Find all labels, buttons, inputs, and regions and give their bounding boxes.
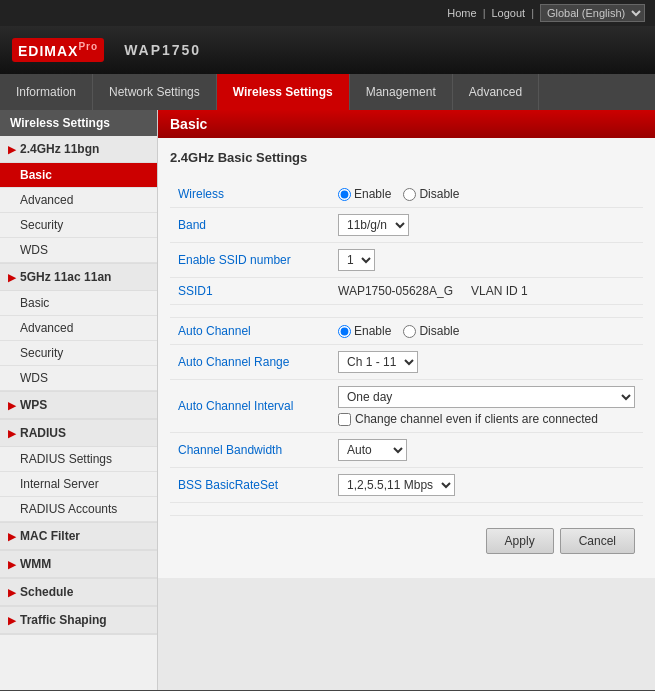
auto-channel-enable-label[interactable]: Enable	[338, 324, 391, 338]
sidebar-section-wmm: ▶ WMM	[0, 551, 157, 579]
nav-advanced[interactable]: Advanced	[453, 74, 539, 110]
sidebar-group-24ghz[interactable]: ▶ 2.4GHz 11bgn	[0, 136, 157, 163]
sidebar-section-traffic: ▶ Traffic Shaping	[0, 607, 157, 635]
nav-information[interactable]: Information	[0, 74, 93, 110]
auto-channel-label: Auto Channel	[178, 324, 251, 338]
wireless-disable-radio[interactable]	[403, 188, 416, 201]
sidebar-title: Wireless Settings	[0, 110, 157, 136]
cancel-button[interactable]: Cancel	[560, 528, 635, 554]
content-body: 2.4GHz Basic Settings Wireless Enable	[158, 138, 655, 578]
sidebar-section-wps: ▶ WPS	[0, 392, 157, 420]
sidebar-item-24-security[interactable]: Security	[0, 213, 157, 238]
section-title: 2.4GHz Basic Settings	[170, 150, 643, 169]
arrow-icon-schedule: ▶	[8, 587, 16, 598]
row-band: Band 11b/g/n 11b/g 11b	[170, 208, 643, 243]
arrow-icon-wps: ▶	[8, 400, 16, 411]
arrow-icon: ▶	[8, 144, 16, 155]
sidebar-item-24-advanced[interactable]: Advanced	[0, 188, 157, 213]
apply-button[interactable]: Apply	[486, 528, 554, 554]
nav-network-settings[interactable]: Network Settings	[93, 74, 217, 110]
wireless-enable-radio[interactable]	[338, 188, 351, 201]
enable-ssid-label: Enable SSID number	[178, 253, 291, 267]
sidebar-item-5-advanced[interactable]: Advanced	[0, 316, 157, 341]
sidebar-item-5-security[interactable]: Security	[0, 341, 157, 366]
sidebar-group-mac[interactable]: ▶ MAC Filter	[0, 523, 157, 550]
sidebar-item-radius-accounts[interactable]: RADIUS Accounts	[0, 497, 157, 522]
auto-channel-interval-label: Auto Channel Interval	[178, 399, 293, 413]
sidebar-group-radius[interactable]: ▶ RADIUS	[0, 420, 157, 447]
ssid-number-select[interactable]: 1 2 3 4	[338, 249, 375, 271]
sidebar: Wireless Settings ▶ 2.4GHz 11bgn Basic A…	[0, 110, 158, 690]
nav-wireless-settings[interactable]: Wireless Settings	[217, 74, 350, 110]
row-auto-channel-range: Auto Channel Range Ch 1 - 11 Ch 1 - 13	[170, 345, 643, 380]
auto-channel-enable-radio[interactable]	[338, 325, 351, 338]
bss-select[interactable]: 1,2,5.5,11 Mbps All	[338, 474, 455, 496]
sep2: |	[531, 7, 534, 19]
ssid1-label: SSID1	[178, 284, 213, 298]
sidebar-item-5-basic[interactable]: Basic	[0, 291, 157, 316]
row-spacer1	[170, 305, 643, 318]
sidebar-item-5-wds[interactable]: WDS	[0, 366, 157, 391]
sidebar-item-24-basic[interactable]: Basic	[0, 163, 157, 188]
logo-area: EDIMAXPro	[12, 38, 104, 62]
sidebar-section-24ghz: ▶ 2.4GHz 11bgn Basic Advanced Security W…	[0, 136, 157, 264]
sidebar-group-traffic[interactable]: ▶ Traffic Shaping	[0, 607, 157, 634]
wireless-radio-group: Enable Disable	[338, 187, 635, 201]
row-channel-bandwidth: Channel Bandwidth Auto 20MHz 40MHz	[170, 433, 643, 468]
logo-pro-text: Pro	[78, 41, 98, 52]
sidebar-item-internal-server[interactable]: Internal Server	[0, 472, 157, 497]
auto-channel-range-select[interactable]: Ch 1 - 11 Ch 1 - 13	[338, 351, 418, 373]
settings-table: Wireless Enable Disable	[170, 181, 643, 516]
auto-channel-interval-select[interactable]: One day Six hours One hour	[338, 386, 635, 408]
row-spacer2	[170, 503, 643, 516]
logout-link[interactable]: Logout	[491, 7, 525, 19]
home-link[interactable]: Home	[447, 7, 476, 19]
sidebar-group-schedule[interactable]: ▶ Schedule	[0, 579, 157, 606]
ssid1-value-row: WAP1750-05628A_G VLAN ID 1	[338, 284, 635, 298]
arrow-icon-5ghz: ▶	[8, 272, 16, 283]
sidebar-group-5ghz[interactable]: ▶ 5GHz 11ac 11an	[0, 264, 157, 291]
arrow-icon-traffic: ▶	[8, 615, 16, 626]
sidebar-item-radius-settings[interactable]: RADIUS Settings	[0, 447, 157, 472]
ssid1-value: WAP1750-05628A_G	[338, 284, 453, 298]
auto-channel-interval-col: One day Six hours One hour Change channe…	[338, 386, 635, 426]
main-nav: Information Network Settings Wireless Se…	[0, 74, 655, 110]
content-area: Basic 2.4GHz Basic Settings Wireless Ena…	[158, 110, 655, 690]
buttons-row: Apply Cancel	[170, 516, 643, 566]
sidebar-group-wmm[interactable]: ▶ WMM	[0, 551, 157, 578]
nav-management[interactable]: Management	[350, 74, 453, 110]
wireless-disable-label[interactable]: Disable	[403, 187, 459, 201]
row-auto-channel-interval: Auto Channel Interval One day Six hours …	[170, 380, 643, 433]
device-name: WAP1750	[124, 42, 201, 58]
vlan-label: VLAN ID 1	[471, 284, 528, 298]
bss-label: BSS BasicRateSet	[178, 478, 278, 492]
logo-edimax: EDIMAXPro	[12, 38, 104, 62]
channel-bandwidth-select[interactable]: Auto 20MHz 40MHz	[338, 439, 407, 461]
sidebar-section-5ghz: ▶ 5GHz 11ac 11an Basic Advanced Security…	[0, 264, 157, 392]
arrow-icon-mac: ▶	[8, 531, 16, 542]
header: EDIMAXPro WAP1750	[0, 26, 655, 74]
sidebar-section-radius: ▶ RADIUS RADIUS Settings Internal Server…	[0, 420, 157, 523]
main-layout: Wireless Settings ▶ 2.4GHz 11bgn Basic A…	[0, 110, 655, 690]
top-bar: Home | Logout | Global (English)	[0, 0, 655, 26]
band-label: Band	[178, 218, 206, 232]
band-select[interactable]: 11b/g/n 11b/g 11b	[338, 214, 409, 236]
channel-bandwidth-label: Channel Bandwidth	[178, 443, 282, 457]
content-header: Basic	[158, 110, 655, 138]
auto-channel-radio-group: Enable Disable	[338, 324, 635, 338]
language-select[interactable]: Global (English)	[540, 4, 645, 22]
sidebar-section-mac: ▶ MAC Filter	[0, 523, 157, 551]
auto-channel-disable-label[interactable]: Disable	[403, 324, 459, 338]
auto-channel-disable-radio[interactable]	[403, 325, 416, 338]
change-channel-label[interactable]: Change channel even if clients are conne…	[338, 412, 635, 426]
wireless-label: Wireless	[178, 187, 224, 201]
wireless-enable-label[interactable]: Enable	[338, 187, 391, 201]
sep1: |	[483, 7, 486, 19]
row-ssid-number: Enable SSID number 1 2 3 4	[170, 243, 643, 278]
sidebar-section-schedule: ▶ Schedule	[0, 579, 157, 607]
sidebar-group-wps[interactable]: ▶ WPS	[0, 392, 157, 419]
row-ssid1: SSID1 WAP1750-05628A_G VLAN ID 1	[170, 278, 643, 305]
sidebar-item-24-wds[interactable]: WDS	[0, 238, 157, 263]
row-wireless: Wireless Enable Disable	[170, 181, 643, 208]
change-channel-checkbox[interactable]	[338, 413, 351, 426]
